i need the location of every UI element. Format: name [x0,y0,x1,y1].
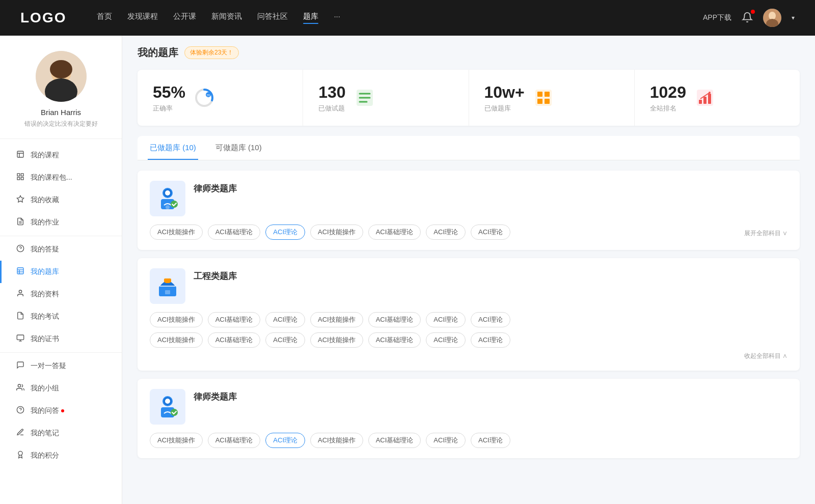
expand-link-1[interactable]: 展开全部科目 ∨ [744,227,787,238]
nav-links: 首页 发现课程 公开课 新闻资讯 问答社区 题库 ··· [97,12,703,24]
nav-item-bank[interactable]: 题库 [303,12,318,24]
sidebar-item-my-questions[interactable]: 我的问答 [0,400,122,422]
stat-done-banks: 10w+ 已做题库 [469,70,635,126]
tag[interactable]: ACI理论 [426,312,466,327]
tag[interactable]: ACI理论 [265,332,305,348]
svg-rect-42 [545,99,550,104]
tag[interactable]: ACI理论 [471,225,510,240]
sidebar-item-points[interactable]: 我的积分 [0,444,122,467]
sidebar-item-exam[interactable]: 我的考试 [0,305,122,328]
tab-available-banks[interactable]: 可做题库 (10) [213,136,264,160]
svg-point-61 [165,399,170,404]
nav-item-qa[interactable]: 问答社区 [257,12,288,24]
svg-rect-44 [699,100,702,104]
nav-item-discover[interactable]: 发现课程 [127,12,158,24]
tag[interactable]: ACI技能操作 [310,332,363,348]
svg-rect-17 [17,268,23,274]
certificate-icon [15,334,25,344]
stat-ranking: 1029 全站排名 [635,70,800,126]
bank-tags-section-2: ACI技能操作 ACI基础理论 ACI理论 ACI技能操作 ACI基础理论 AC… [150,312,787,348]
tag-active[interactable]: ACI理论 [265,225,305,240]
nav-item-home[interactable]: 首页 [97,12,112,24]
stat-value-ranking: 1029 [650,82,686,102]
stat-label-accuracy: 正确率 [153,104,185,113]
courses-icon [15,150,25,160]
svg-rect-40 [545,92,550,97]
sidebar-item-certificate[interactable]: 我的证书 [0,328,122,350]
tag[interactable]: ACI基础理论 [208,312,261,327]
sidebar-item-profile[interactable]: 我的资料 [0,283,122,305]
tag[interactable]: ACI技能操作 [310,433,363,448]
svg-point-47 [709,92,711,94]
tag[interactable]: ACI技能操作 [150,433,203,448]
tag[interactable]: ACI基础理论 [208,332,261,348]
menu-label: 我的积分 [31,451,59,460]
svg-point-51 [165,190,170,195]
tag[interactable]: ACI基础理论 [208,433,261,448]
stat-value-done-q: 130 [318,82,345,102]
sidebar-item-one-on-one[interactable]: 一对一答疑 [0,355,122,377]
sidebar-item-homework[interactable]: 我的作业 [0,211,122,234]
bank-card-engineer: 工程类题库 ACI技能操作 ACI基础理论 ACI理论 ACI技能操作 ACI基… [138,258,800,371]
svg-text:55: 55 [207,94,210,97]
tag[interactable]: ACI理论 [426,225,466,240]
svg-point-28 [18,451,22,455]
menu-label: 我的资料 [31,290,59,299]
points-icon [15,451,25,461]
app-download-button[interactable]: APP下载 [703,13,731,22]
menu-label: 我的课程包... [31,173,72,182]
bank-icon-lawyer-1 [150,181,185,216]
tag[interactable]: ACI理论 [426,433,466,448]
bank-title-3: 律师类题库 [194,389,787,403]
tag[interactable]: ACI理论 [265,312,305,327]
menu-label: 我的小组 [31,384,59,393]
tag[interactable]: ACI基础理论 [368,332,421,348]
collapse-link-2[interactable]: 收起全部科目 ∧ [150,352,787,360]
tab-done-banks[interactable]: 已做题库 (10) [148,136,198,160]
sidebar-item-question-bank[interactable]: 我的题库 [0,261,122,283]
stat-value-done-banks: 10w+ [484,82,525,102]
tag[interactable]: ACI理论 [471,332,510,348]
sidebar-item-my-qa[interactable]: 我的答疑 [0,238,122,261]
tag[interactable]: ACI技能操作 [150,312,203,327]
nav-item-news[interactable]: 新闻资讯 [211,12,242,24]
sidebar-item-my-courses[interactable]: 我的课程 [0,144,122,166]
sidebar-item-course-package[interactable]: 我的课程包... [0,166,122,189]
menu-label: 我的收藏 [31,195,59,205]
trial-badge: 体验剩余23天！ [184,46,239,59]
notes-icon [15,428,25,438]
tag[interactable]: ACI技能操作 [310,312,363,327]
tag[interactable]: ACI基础理论 [208,225,261,240]
svg-point-25 [18,384,20,387]
svg-rect-57 [165,290,170,294]
menu-label: 我的作业 [31,218,59,227]
page-layout: Brian Harris 错误的决定比没有决定要好 我的课程 我的课程包... [0,36,815,504]
tag[interactable]: ACI技能操作 [310,225,363,240]
nav-item-open[interactable]: 公开课 [173,12,196,24]
sidebar-item-notes[interactable]: 我的笔记 [0,422,122,444]
menu-label: 我的问答 [31,406,59,415]
notification-bell[interactable] [742,12,753,24]
profile-motto: 错误的决定比没有决定要好 [24,120,98,128]
tag[interactable]: ACI理论 [471,312,510,327]
ranking-icon [694,87,716,108]
tag[interactable]: ACI基础理论 [368,312,421,327]
svg-marker-12 [17,195,23,202]
tag[interactable]: ACI基础理论 [368,225,421,240]
question-bank-icon [15,267,25,277]
tag[interactable]: ACI理论 [426,332,466,348]
tag[interactable]: ACI技能操作 [150,332,203,348]
tag-active[interactable]: ACI理论 [265,433,305,448]
tag[interactable]: ACI理论 [471,433,510,448]
user-menu-chevron[interactable]: ▾ [792,14,795,21]
tag[interactable]: ACI基础理论 [368,433,421,448]
sidebar-item-favorites[interactable]: 我的收藏 [0,189,122,211]
tag[interactable]: ACI技能操作 [150,225,203,240]
qa-icon [15,244,25,255]
bank-card-header-2: 工程类题库 [150,268,787,304]
nav-item-more[interactable]: ··· [334,12,340,24]
sidebar-item-group[interactable]: 我的小组 [0,377,122,400]
done-banks-icon [533,87,554,108]
user-avatar[interactable] [763,9,781,27]
sidebar-menu: 我的课程 我的课程包... 我的收藏 我的作业 [0,139,122,472]
